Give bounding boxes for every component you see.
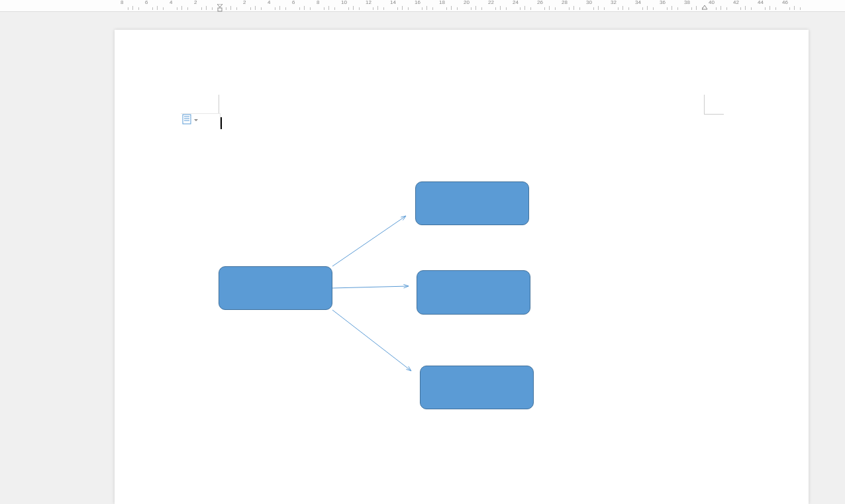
svg-line-13 — [332, 310, 411, 371]
document-page[interactable] — [115, 30, 809, 504]
margin-corner-top-left — [199, 95, 219, 115]
ruler-tick: 6 — [145, 0, 148, 11]
ruler-tick: 42 — [733, 0, 739, 11]
ruler-tick: 22 — [488, 0, 494, 11]
ruler-tick: 28 — [562, 0, 568, 11]
ruler-tick: 14 — [390, 0, 396, 11]
ruler-tick: 2 — [194, 0, 197, 11]
ruler-tick: 20 — [464, 0, 470, 11]
svg-marker-0 — [217, 4, 223, 7]
ruler-tick: 32 — [611, 0, 617, 11]
svg-rect-3 — [183, 115, 191, 124]
ruler-tick: 44 — [758, 0, 764, 11]
text-cursor — [221, 117, 222, 129]
ruler-tick: 26 — [537, 0, 543, 11]
arrow-connector[interactable] — [329, 213, 409, 270]
rounded-rect-shape[interactable] — [420, 366, 534, 409]
ruler-tick: 8 — [317, 0, 319, 11]
rounded-rect-shape[interactable] — [415, 181, 529, 225]
ruler-tick: 46 — [782, 0, 788, 11]
arrow-connector[interactable] — [329, 307, 415, 374]
header-options-tab[interactable] — [181, 113, 221, 126]
rounded-rect-shape[interactable] — [219, 266, 332, 310]
ruler-tick: 8 — [121, 0, 123, 11]
rounded-rect-shape[interactable] — [417, 270, 530, 315]
ruler-tick: 4 — [268, 0, 270, 11]
ruler-tick: 34 — [635, 0, 641, 11]
margin-corner-top-right — [704, 95, 724, 115]
ruler-tick: 16 — [415, 0, 421, 11]
ruler-tick: 38 — [684, 0, 690, 11]
ruler-tick: 10 — [341, 0, 347, 11]
ruler-tick: 6 — [292, 0, 295, 11]
svg-line-7 — [332, 216, 406, 266]
horizontal-ruler[interactable]: 8642246810121416182022242628303234363840… — [0, 0, 845, 12]
arrow-connector[interactable] — [329, 283, 412, 291]
ruler-tick: 12 — [366, 0, 372, 11]
ruler-tick: 4 — [170, 0, 172, 11]
left-indent-marker[interactable] — [217, 4, 224, 12]
ruler-tick: 2 — [243, 0, 246, 11]
svg-line-10 — [332, 286, 409, 288]
document-header-icon — [181, 114, 191, 127]
dropdown-arrow-icon — [194, 119, 198, 121]
svg-marker-2 — [702, 5, 707, 9]
ruler-tick: 30 — [586, 0, 592, 11]
ruler-tick: 40 — [709, 0, 715, 11]
right-indent-marker[interactable] — [702, 4, 709, 11]
ruler-tick: 36 — [660, 0, 666, 11]
ruler-tick: 18 — [439, 0, 445, 11]
ruler-tick: 24 — [513, 0, 519, 11]
svg-rect-1 — [218, 8, 222, 11]
